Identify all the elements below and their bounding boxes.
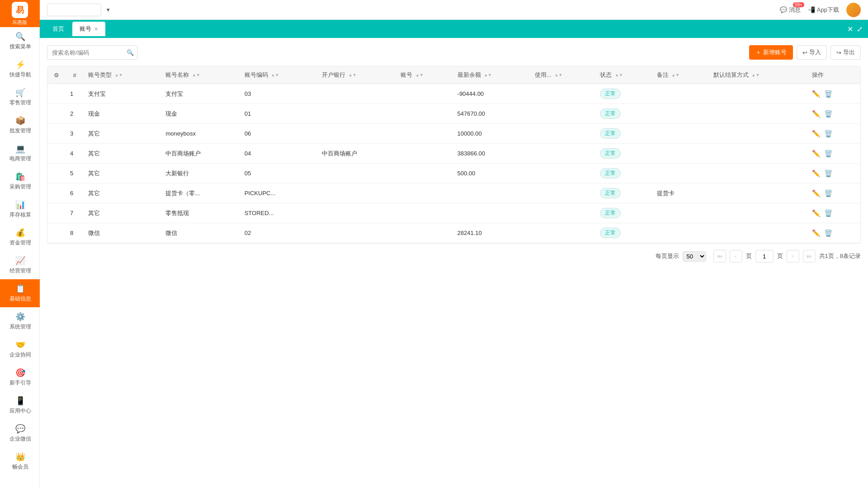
message-button[interactable]: 💬 消息 99+ <box>780 6 801 14</box>
page-input[interactable] <box>755 250 774 263</box>
edit-button-5[interactable]: ✏️ <box>812 189 821 197</box>
row-settle-6 <box>709 203 807 223</box>
sidebar-item-purchase[interactable]: 🛍️ 采购管理 <box>0 167 40 195</box>
sidebar-item-basic[interactable]: 📋 基础信息 <box>0 279 40 307</box>
tab-home[interactable]: 首页 <box>45 22 71 36</box>
tab-account[interactable]: 账号 ✕ <box>72 22 105 36</box>
edit-button-7[interactable]: ✏️ <box>812 229 821 237</box>
row-status-7: 正常 <box>595 223 652 243</box>
main-content: ▾ 💬 消息 99+ 📲 App下载 首页 账号 ✕ <box>40 0 868 488</box>
row-type-1: 现金 <box>84 104 161 124</box>
edit-button-1[interactable]: ✏️ <box>812 110 821 118</box>
sidebar-label-member: 畅会员 <box>12 463 28 471</box>
row-action-4: ✏️ 🗑️ <box>807 164 860 183</box>
col-account[interactable]: 账号 ▲▼ <box>396 66 453 84</box>
edit-button-3[interactable]: ✏️ <box>812 150 821 158</box>
sidebar-item-member[interactable]: 👑 畅会员 <box>0 447 40 475</box>
sidebar-item-wechat[interactable]: 💬 企业微信 <box>0 419 40 447</box>
sort-bank-icon: ▲▼ <box>349 73 357 77</box>
sidebar-item-retail[interactable]: 🛒 零售管理 <box>0 83 40 111</box>
sidebar-item-system[interactable]: ⚙️ 系统管理 <box>0 307 40 335</box>
row-usage-4 <box>530 164 595 183</box>
sidebar-label-system: 系统管理 <box>9 323 31 331</box>
delete-button-1[interactable]: 🗑️ <box>824 110 833 118</box>
row-balance-2: 10000.00 <box>453 124 530 144</box>
col-code[interactable]: 账号编码 ▲▼ <box>240 66 317 84</box>
table-row: 8 微信 微信 02 28241.10 正常 ✏️ 🗑️ <box>47 223 860 243</box>
header-search-input[interactable] <box>47 4 101 16</box>
tab-close-icon[interactable]: ✕ <box>94 26 98 32</box>
import-label: 导入 <box>809 48 821 56</box>
col-default-settle[interactable]: 默认结算方式 ▲▼ <box>709 66 807 84</box>
row-account-5 <box>396 183 453 203</box>
app-download-button[interactable]: 📲 App下载 <box>808 6 839 14</box>
row-settings-6 <box>47 203 66 223</box>
row-account-1 <box>396 104 453 124</box>
edit-button-4[interactable]: ✏️ <box>812 169 821 178</box>
sidebar-item-appcenter[interactable]: 📱 应用中心 <box>0 391 40 419</box>
col-settings[interactable]: ⚙ <box>47 66 66 84</box>
page-of-label: 页 <box>777 252 783 260</box>
sidebar-item-inventory[interactable]: 📊 库存核算 <box>0 195 40 223</box>
delete-button-0[interactable]: 🗑️ <box>824 90 833 98</box>
sidebar-item-agreement[interactable]: 🤝 企业协同 <box>0 335 40 363</box>
row-action-7: ✏️ 🗑️ <box>807 223 860 243</box>
sidebar-item-ecommerce[interactable]: 💻 电商管理 <box>0 139 40 167</box>
sort-balance-icon: ▲▼ <box>484 73 492 77</box>
delete-button-3[interactable]: 🗑️ <box>824 150 833 158</box>
col-balance[interactable]: 最新余额 ▲▼ <box>453 66 530 84</box>
sort-settle-icon: ▲▼ <box>752 73 760 77</box>
last-page-button[interactable]: ⏭ <box>803 250 816 263</box>
col-status[interactable]: 状态 ▲▼ <box>595 66 652 84</box>
row-num-5: 6 <box>66 183 84 203</box>
col-bank[interactable]: 开户银行 ▲▼ <box>317 66 396 84</box>
delete-button-5[interactable]: 🗑️ <box>824 189 833 197</box>
import-icon: ↩ <box>802 49 807 56</box>
edit-button-6[interactable]: ✏️ <box>812 209 821 217</box>
tab-maximize-icon[interactable]: ⤢ <box>857 25 863 33</box>
next-page-button[interactable]: › <box>787 250 799 263</box>
first-page-button[interactable]: ⏮ <box>713 250 726 263</box>
sidebar-item-finance[interactable]: 💰 资金管理 <box>0 223 40 251</box>
purchase-icon: 🛍️ <box>15 172 25 182</box>
row-account-7 <box>396 223 453 243</box>
sidebar-item-guide[interactable]: 🎯 新手引导 <box>0 363 40 391</box>
col-name[interactable]: 账号名称 ▲▼ <box>161 66 240 84</box>
sidebar-label-basic: 基础信息 <box>9 295 31 303</box>
search-submit-icon[interactable]: 🔍 <box>127 49 134 56</box>
app-icon: 📲 <box>808 6 815 13</box>
row-type-5: 其它 <box>84 183 161 203</box>
col-type[interactable]: 账号类型 ▲▼ <box>84 66 161 84</box>
user-avatar[interactable] <box>846 3 861 17</box>
sidebar-item-operation[interactable]: 📈 经营管理 <box>0 251 40 279</box>
add-account-button[interactable]: ＋ 新增账号 <box>749 45 793 60</box>
row-code-6: STORED... <box>240 203 317 223</box>
row-status-3: 正常 <box>595 144 652 164</box>
row-action-6: ✏️ 🗑️ <box>807 203 860 223</box>
sort-status-icon: ▲▼ <box>615 73 623 77</box>
delete-button-4[interactable]: 🗑️ <box>824 169 833 178</box>
export-button[interactable]: ↪ 导出 <box>830 45 861 60</box>
sidebar-item-wholesale[interactable]: 📦 批发管理 <box>0 111 40 139</box>
sidebar-item-quicknav[interactable]: ⚡ 快捷导航 <box>0 55 40 83</box>
row-settings-4 <box>47 164 66 183</box>
col-remark[interactable]: 备注 ▲▼ <box>652 66 709 84</box>
tab-close-window-icon[interactable]: ✕ <box>847 25 853 33</box>
delete-button-6[interactable]: 🗑️ <box>824 209 833 217</box>
delete-button-2[interactable]: 🗑️ <box>824 130 833 138</box>
account-search-input[interactable] <box>47 45 137 60</box>
table-row: 1 支付宝 支付宝 03 -90444.00 正常 ✏️ 🗑️ <box>47 84 860 104</box>
row-settle-1 <box>709 104 807 124</box>
tab-bar: 首页 账号 ✕ ✕ ⤢ <box>40 20 868 38</box>
prev-page-button[interactable]: ‹ <box>730 250 742 263</box>
row-usage-7 <box>530 223 595 243</box>
header-dropdown[interactable]: ▾ <box>107 6 110 13</box>
edit-button-2[interactable]: ✏️ <box>812 130 821 138</box>
import-button[interactable]: ↩ 导入 <box>797 45 827 60</box>
delete-button-7[interactable]: 🗑️ <box>824 229 833 237</box>
status-badge-0: 正常 <box>600 89 621 99</box>
page-size-select[interactable]: 50 100 200 <box>683 251 706 262</box>
edit-button-0[interactable]: ✏️ <box>812 90 821 98</box>
col-usage[interactable]: 使用... ▲▼ <box>530 66 595 84</box>
sidebar-item-search[interactable]: 🔍 搜索菜单 <box>0 27 40 55</box>
